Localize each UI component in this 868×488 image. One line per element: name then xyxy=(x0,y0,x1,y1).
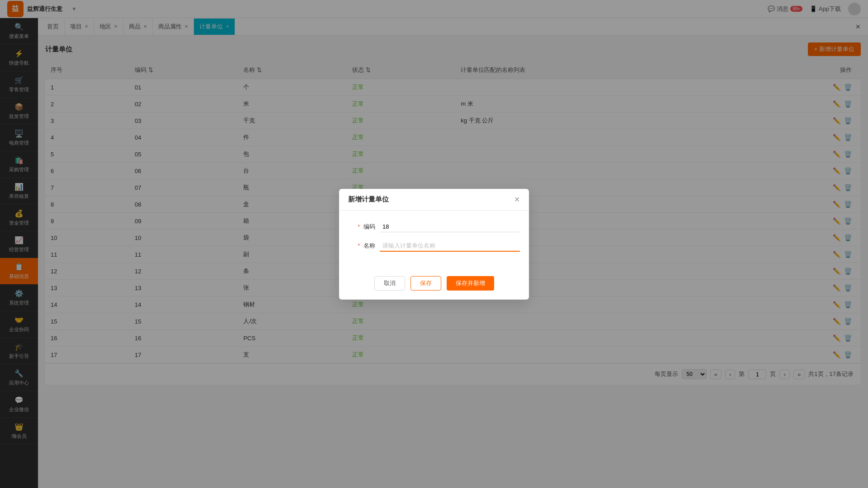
modal-body: * 编码 * 名称 xyxy=(339,211,529,271)
code-input[interactable] xyxy=(380,221,520,232)
name-label: * 名称 xyxy=(348,242,375,250)
save-and-new-button[interactable]: 保存并新增 xyxy=(447,276,494,291)
modal-overlay: 新增计量单位 ✕ * 编码 * 名称 取消 保存 保存并新增 xyxy=(0,0,868,488)
modal-title: 新增计量单位 xyxy=(348,195,389,204)
save-button[interactable]: 保存 xyxy=(410,276,441,291)
modal-header: 新增计量单位 ✕ xyxy=(339,189,529,211)
code-form-row: * 编码 xyxy=(348,221,520,232)
code-label: * 编码 xyxy=(348,223,375,231)
code-required-star: * xyxy=(358,223,360,230)
name-form-row: * 名称 xyxy=(348,240,520,252)
name-input[interactable] xyxy=(380,240,520,252)
name-required-star: * xyxy=(358,242,360,249)
modal-close-btn[interactable]: ✕ xyxy=(514,195,520,204)
cancel-button[interactable]: 取消 xyxy=(374,276,405,291)
modal-footer: 取消 保存 保存并新增 xyxy=(339,271,529,300)
add-unit-modal: 新增计量单位 ✕ * 编码 * 名称 取消 保存 保存并新增 xyxy=(339,189,529,300)
